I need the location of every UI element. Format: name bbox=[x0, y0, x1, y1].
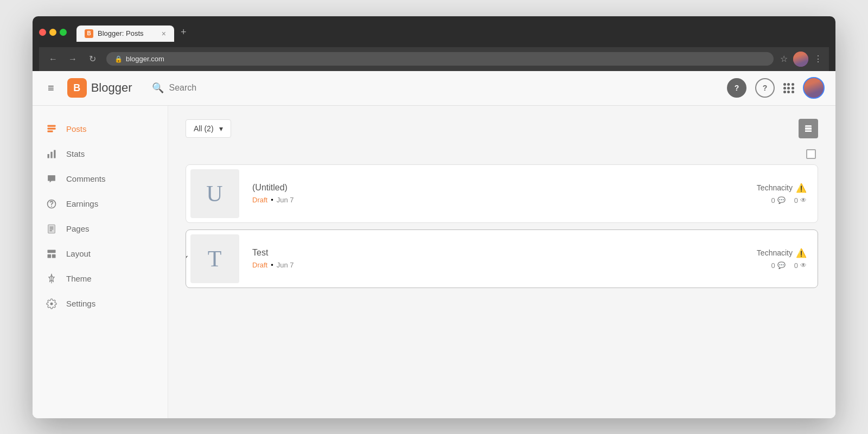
sidebar-item-label: Pages bbox=[66, 224, 90, 233]
tab-title: Blogger: Posts bbox=[98, 29, 144, 37]
menu-icon[interactable]: ⋮ bbox=[814, 54, 822, 64]
post-stats-1: 0 💬 0 👁 bbox=[771, 196, 807, 205]
svg-rect-12 bbox=[48, 250, 56, 253]
tab-favicon: B bbox=[85, 29, 93, 38]
traffic-lights bbox=[39, 29, 67, 36]
table-row: U (Untitled) Draft • Jun 7 Technacity bbox=[186, 164, 818, 223]
svg-rect-0 bbox=[48, 125, 56, 126]
help-circle-button-1[interactable]: ? bbox=[727, 78, 746, 98]
content-toolbar: All (2) ▾ bbox=[186, 119, 818, 138]
blogger-logo: B Blogger bbox=[67, 78, 132, 98]
address-input[interactable]: 🔒 blogger.com bbox=[106, 52, 774, 66]
search-input[interactable] bbox=[169, 83, 532, 93]
post-thumbnail-2: T bbox=[190, 234, 239, 283]
nav-buttons: ← → ↻ bbox=[46, 52, 100, 67]
sidebar-item-theme[interactable]: Theme bbox=[33, 266, 168, 291]
view-toggle-button[interactable] bbox=[799, 119, 818, 138]
sidebar-item-layout[interactable]: Layout bbox=[33, 241, 168, 266]
chrome-user-avatar[interactable] bbox=[793, 52, 808, 67]
user-avatar[interactable] bbox=[803, 77, 825, 99]
views-stat-1: 0 👁 bbox=[794, 196, 807, 205]
lock-icon: 🔒 bbox=[114, 55, 123, 63]
post-meta-2: Draft • Jun 7 bbox=[252, 261, 700, 269]
views-count-1: 0 bbox=[794, 196, 798, 205]
browser-window: B Blogger: Posts × + ← → ↻ 🔒 blogger.com… bbox=[33, 16, 835, 418]
post-right-1: Technacity ⚠️ 0 💬 0 👁 bbox=[709, 174, 818, 213]
meta-separator-1: • bbox=[271, 196, 273, 204]
comment-icon-2: 💬 bbox=[777, 261, 786, 269]
selected-checkmark: ✓ bbox=[186, 252, 192, 265]
close-button[interactable] bbox=[39, 29, 46, 36]
views-count-2: 0 bbox=[794, 261, 798, 270]
browser-chrome: B Blogger: Posts × + ← → ↻ 🔒 blogger.com… bbox=[33, 16, 835, 71]
post-info-1: (Untitled) Draft • Jun 7 bbox=[252, 174, 700, 213]
table-row: ✓ T Test Draft • Jun 7 Tec bbox=[186, 229, 818, 288]
sidebar-item-label: Earnings bbox=[66, 199, 98, 208]
reload-button[interactable]: ↻ bbox=[85, 52, 100, 67]
comment-icon-1: 💬 bbox=[777, 196, 786, 204]
post-title-1[interactable]: (Untitled) bbox=[252, 183, 700, 193]
sidebar-item-label: Posts bbox=[66, 124, 87, 133]
svg-rect-14 bbox=[52, 254, 56, 258]
app: ≡ B Blogger 🔍 ? ? bbox=[33, 71, 835, 418]
post-meta-1: Draft • Jun 7 bbox=[252, 196, 700, 204]
sidebar-item-stats[interactable]: Stats bbox=[33, 142, 168, 167]
svg-rect-5 bbox=[54, 150, 55, 158]
sidebar-item-comments[interactable]: Comments bbox=[33, 167, 168, 192]
views-icon-1: 👁 bbox=[800, 196, 807, 204]
url-text: blogger.com bbox=[126, 55, 164, 63]
apps-grid-button[interactable] bbox=[783, 83, 794, 93]
pages-icon bbox=[46, 223, 58, 235]
earnings-icon bbox=[46, 198, 58, 210]
tab-bar: B Blogger: Posts × + bbox=[76, 23, 193, 42]
back-button[interactable]: ← bbox=[46, 52, 61, 67]
warning-icon-1: ⚠️ bbox=[796, 183, 807, 193]
active-tab[interactable]: B Blogger: Posts × bbox=[76, 25, 174, 42]
post-info-2: Test Draft • Jun 7 bbox=[252, 239, 700, 278]
hamburger-menu-button[interactable]: ≡ bbox=[43, 78, 59, 99]
comments-count-2: 0 bbox=[771, 261, 775, 270]
post-date-1: Jun 7 bbox=[277, 196, 294, 204]
svg-rect-1 bbox=[48, 127, 56, 129]
search-icon: 🔍 bbox=[152, 82, 164, 94]
browser-actions: ☆ ⋮ bbox=[780, 52, 822, 67]
blog-name-text-1: Technacity bbox=[757, 183, 793, 192]
svg-rect-13 bbox=[48, 254, 52, 258]
tab-close-button[interactable]: × bbox=[162, 29, 166, 38]
post-blog-name-2: Technacity ⚠️ bbox=[757, 248, 807, 258]
filter-label: All (2) bbox=[194, 124, 214, 133]
sidebar: Posts Stats Comments bbox=[33, 106, 168, 418]
svg-rect-11 bbox=[50, 230, 52, 231]
select-all-checkbox[interactable] bbox=[806, 149, 816, 159]
browser-controls: B Blogger: Posts × + bbox=[39, 23, 829, 42]
settings-icon bbox=[46, 298, 58, 310]
sidebar-item-earnings[interactable]: Earnings bbox=[33, 192, 168, 216]
maximize-button[interactable] bbox=[60, 29, 67, 36]
search-bar: 🔍 bbox=[152, 82, 532, 94]
stats-icon bbox=[46, 148, 58, 160]
dropdown-arrow-icon: ▾ bbox=[219, 124, 223, 133]
app-body: Posts Stats Comments bbox=[33, 106, 835, 418]
minimize-button[interactable] bbox=[49, 29, 56, 36]
sidebar-item-pages[interactable]: Pages bbox=[33, 216, 168, 241]
post-letter-2: T bbox=[208, 246, 222, 272]
post-thumbnail-1: U bbox=[190, 169, 239, 218]
forward-button[interactable]: → bbox=[65, 52, 80, 67]
filter-dropdown[interactable]: All (2) ▾ bbox=[186, 119, 231, 138]
post-status-2: Draft bbox=[252, 261, 267, 269]
bookmark-icon[interactable]: ☆ bbox=[780, 54, 788, 64]
comments-count-1: 0 bbox=[771, 196, 775, 205]
app-header: ≡ B Blogger 🔍 ? ? bbox=[33, 71, 835, 106]
svg-rect-9 bbox=[50, 226, 54, 227]
sidebar-item-posts[interactable]: Posts bbox=[33, 117, 168, 142]
help-circle-button-2[interactable]: ? bbox=[755, 78, 775, 98]
sidebar-item-settings[interactable]: Settings bbox=[33, 291, 168, 316]
warning-icon-2: ⚠️ bbox=[796, 248, 807, 258]
sidebar-item-label: Layout bbox=[66, 249, 91, 258]
posts-icon bbox=[46, 123, 58, 135]
address-bar: ← → ↻ 🔒 blogger.com ☆ ⋮ bbox=[39, 47, 829, 71]
new-tab-button[interactable]: + bbox=[174, 23, 193, 42]
post-title-2[interactable]: Test bbox=[252, 248, 700, 258]
main-content: All (2) ▾ U bbox=[168, 106, 835, 418]
theme-icon bbox=[46, 273, 58, 285]
